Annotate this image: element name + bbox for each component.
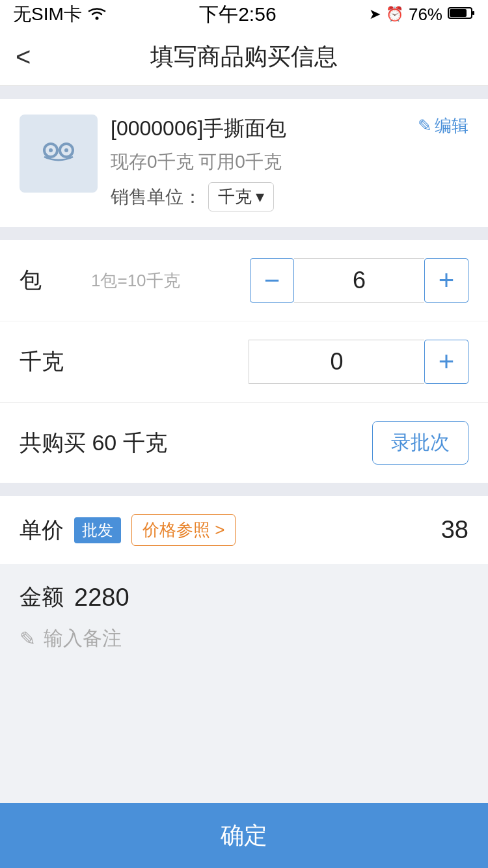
kg-label: 千克 xyxy=(20,347,85,377)
nav-bar: < 填写商品购买信息 xyxy=(0,29,488,86)
location-icon: ➤ xyxy=(369,6,381,23)
price-label: 单价 xyxy=(20,515,64,545)
remark-pencil-icon: ✎ xyxy=(20,627,36,650)
input-section: 包 1包=10千克 − + 千克 + xyxy=(0,240,488,403)
confirm-bar[interactable]: 确定 xyxy=(0,803,488,868)
remark-row[interactable]: ✎ 输入备注 xyxy=(20,625,468,652)
edit-pencil-icon: ✎ xyxy=(418,116,432,136)
bao-label: 包 xyxy=(20,265,85,295)
amount-row: 金额 2280 xyxy=(20,582,468,612)
bao-sublabel: 1包=10千克 xyxy=(91,269,250,292)
bao-qty-control: − + xyxy=(250,258,468,303)
product-stock: 现存0千克 可用0千克 xyxy=(111,150,468,174)
price-ref-button[interactable]: 价格参照 > xyxy=(131,514,236,546)
price-value: 38 xyxy=(441,516,468,544)
edit-label: 编辑 xyxy=(435,115,468,137)
bao-minus-button[interactable]: − xyxy=(250,258,294,303)
product-unit-row: 销售单位： 千克 ▾ xyxy=(111,182,468,211)
summary-row: 共购买 60 千克 录批次 xyxy=(0,403,488,483)
price-section: 单价 批发 价格参照 > 38 xyxy=(0,496,488,564)
wifi-icon xyxy=(87,4,107,25)
status-right: ➤ ⏰ 76% xyxy=(369,5,475,25)
battery-icon xyxy=(448,5,475,25)
battery-text: 76% xyxy=(409,5,442,25)
status-bar: 无SIM卡 下午2:56 ➤ ⏰ 76% xyxy=(0,0,488,29)
bao-qty-input[interactable] xyxy=(294,258,424,303)
svg-rect-2 xyxy=(450,9,467,17)
unit-label: 销售单位： xyxy=(111,185,202,210)
page-title: 填写商品购买信息 xyxy=(150,41,338,73)
remark-label: 输入备注 xyxy=(44,625,122,652)
unit-value: 千克 xyxy=(218,185,252,208)
bao-plus-button[interactable]: + xyxy=(424,258,468,303)
kg-qty-input[interactable] xyxy=(249,340,424,384)
product-info: [0000006]手撕面包 现存0千克 可用0千克 销售单位： 千克 ▾ xyxy=(111,115,468,211)
svg-point-7 xyxy=(64,148,68,152)
carrier-text: 无SIM卡 xyxy=(13,2,82,27)
section-divider-1 xyxy=(0,86,488,99)
edit-button[interactable]: ✎ 编辑 xyxy=(418,115,468,137)
svg-point-5 xyxy=(49,148,53,152)
price-tag-badge: 批发 xyxy=(74,517,121,543)
product-card: [0000006]手撕面包 现存0千克 可用0千克 销售单位： 千克 ▾ ✎ 编… xyxy=(0,99,488,227)
price-ref-label: 价格参照 > xyxy=(142,519,224,541)
kg-row: 千克 + xyxy=(0,321,488,403)
amount-label: 金额 xyxy=(20,582,64,612)
chevron-down-icon: ▾ xyxy=(256,187,264,207)
product-thumbnail xyxy=(20,115,98,193)
batch-button[interactable]: 录批次 xyxy=(372,421,468,465)
product-name: [0000006]手撕面包 xyxy=(111,115,468,143)
back-button[interactable]: < xyxy=(16,42,31,72)
section-divider-3 xyxy=(0,483,488,496)
status-left: 无SIM卡 xyxy=(13,2,107,27)
svg-rect-3 xyxy=(472,11,474,15)
unit-dropdown[interactable]: 千克 ▾ xyxy=(208,182,274,211)
summary-text: 共购买 60 千克 xyxy=(20,428,167,458)
svg-point-0 xyxy=(95,17,98,20)
amount-value: 2280 xyxy=(74,584,129,612)
amount-section: 金额 2280 ✎ 输入备注 xyxy=(0,564,488,662)
confirm-button[interactable]: 确定 xyxy=(221,820,267,852)
bao-row: 包 1包=10千克 − + xyxy=(0,240,488,321)
section-divider-2 xyxy=(0,227,488,240)
alarm-icon: ⏰ xyxy=(386,6,403,23)
kg-qty-control: + xyxy=(249,340,468,384)
kg-plus-button[interactable]: + xyxy=(424,340,468,384)
status-time: 下午2:56 xyxy=(199,1,276,28)
